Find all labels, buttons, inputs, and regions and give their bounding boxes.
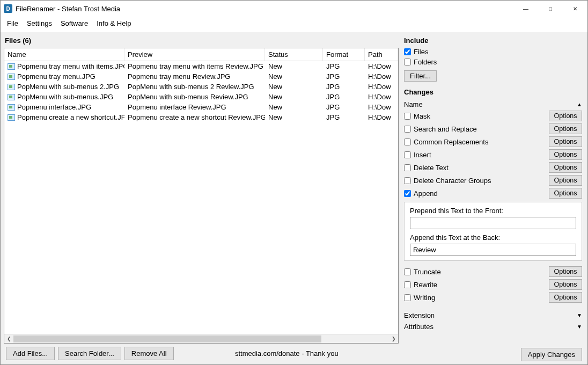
delete-char-groups-checkbox[interactable] — [404, 177, 411, 184]
col-header-status[interactable]: Status — [265, 48, 323, 61]
cell-status: New — [265, 113, 323, 122]
insert-checkbox[interactable] — [404, 151, 411, 158]
menu-settings[interactable]: Settings — [23, 18, 56, 29]
cell-format: JPG — [323, 72, 365, 81]
cell-name: PopMenu with sub-menus.JPG — [17, 93, 113, 101]
table-row[interactable]: PopMenu with sub-menus 2.JPGPopMenu with… — [4, 82, 398, 92]
minimize-button[interactable]: — — [513, 1, 538, 17]
col-header-format[interactable]: Format — [323, 48, 365, 61]
common-replacements-checkbox[interactable] — [404, 138, 411, 145]
cell-format: JPG — [323, 113, 365, 122]
cell-status: New — [265, 82, 323, 91]
delete-char-groups-options-button[interactable]: Options — [549, 175, 582, 186]
delete-char-groups-label: Delete Character Groups — [414, 177, 491, 185]
insert-options-button[interactable]: Options — [549, 149, 582, 160]
cell-format: JPG — [323, 62, 365, 71]
extension-section-label: Extension — [404, 311, 435, 319]
apply-changes-button[interactable]: Apply Changes — [521, 348, 582, 361]
window-title: FileRenamer - Stefan Trost Media — [16, 5, 120, 13]
include-folders-checkbox[interactable] — [404, 59, 411, 65]
cell-status: New — [265, 103, 323, 112]
search-folder-button[interactable]: Search Folder... — [58, 347, 121, 360]
attributes-section-header[interactable]: Attributes ▼ — [404, 320, 582, 332]
table-header: Name Preview Status Format Path — [4, 48, 398, 61]
scroll-left-arrow-icon[interactable]: ❮ — [4, 334, 13, 344]
truncate-options-button[interactable]: Options — [549, 266, 582, 277]
search-replace-checkbox[interactable] — [404, 126, 411, 133]
remove-all-button[interactable]: Remove All — [124, 347, 174, 360]
cell-path: H:\Dow — [365, 92, 398, 101]
changes-heading: Changes — [404, 87, 582, 98]
search-replace-options-button[interactable]: Options — [549, 123, 582, 134]
common-replacements-options-button[interactable]: Options — [549, 136, 582, 147]
cell-path: H:\Dow — [365, 113, 398, 122]
menu-info-help[interactable]: Info & Help — [92, 18, 135, 29]
table-row[interactable]: Popmenu interface.JPGPopmenu interface R… — [4, 102, 398, 112]
image-file-icon — [8, 104, 15, 111]
image-file-icon — [8, 84, 15, 90]
cell-preview: PopMenu with sub-menus Review.JPG — [124, 92, 265, 101]
menu-software[interactable]: Software — [56, 18, 92, 29]
append-checkbox[interactable] — [404, 190, 411, 197]
rewrite-options-button[interactable]: Options — [549, 279, 582, 290]
table-row[interactable]: PopMenu with sub-menus.JPGPopMenu with s… — [4, 92, 398, 102]
delete-text-options-button[interactable]: Options — [549, 162, 582, 173]
mask-checkbox[interactable] — [404, 113, 411, 120]
image-file-icon — [8, 74, 15, 80]
mask-label: Mask — [414, 112, 430, 120]
image-file-icon — [8, 63, 15, 70]
col-header-name[interactable]: Name — [4, 48, 124, 61]
cell-preview: Popmenu create a new shortcut Review.JPG — [124, 113, 265, 122]
table-row[interactable]: Popmenu tray menu with items.JPGPopmenu … — [4, 61, 398, 71]
name-section-label: Name — [404, 100, 423, 108]
include-files-checkbox[interactable] — [404, 48, 411, 55]
collapse-up-icon: ▲ — [577, 101, 582, 107]
window-controls: — □ ✕ — [513, 1, 587, 17]
cell-path: H:\Dow — [365, 103, 398, 112]
append-input[interactable] — [410, 244, 576, 256]
cell-path: H:\Dow — [365, 82, 398, 91]
mask-options-button[interactable]: Options — [549, 111, 582, 121]
append-label: Append — [414, 189, 438, 198]
delete-text-checkbox[interactable] — [404, 164, 411, 171]
name-section-header[interactable]: Name ▲ — [404, 98, 582, 110]
prepend-input[interactable] — [410, 217, 576, 229]
scroll-right-arrow-icon[interactable]: ❯ — [389, 334, 398, 344]
rewrite-label: Rewrite — [414, 281, 437, 289]
include-heading: Include — [404, 35, 582, 47]
col-header-preview[interactable]: Preview — [124, 48, 265, 61]
close-button[interactable]: ✕ — [563, 1, 587, 17]
table-row[interactable]: Popmenu create a new shortcut.JPGPopmenu… — [4, 112, 398, 122]
extension-section-header[interactable]: Extension ▼ — [404, 309, 582, 320]
filter-button[interactable]: Filter... — [404, 70, 437, 82]
writing-checkbox[interactable] — [404, 294, 411, 301]
insert-label: Insert — [414, 151, 431, 159]
menu-file[interactable]: File — [3, 18, 23, 29]
maximize-button[interactable]: □ — [538, 1, 563, 17]
table-body: Popmenu tray menu with items.JPGPopmenu … — [4, 61, 398, 334]
common-replacements-label: Common Replacements — [414, 138, 488, 146]
attributes-section-label: Attributes — [404, 323, 433, 331]
table-row[interactable]: Popmenu tray menu.JPGPopmenu tray menu R… — [4, 71, 398, 82]
scroll-thumb[interactable] — [13, 335, 321, 342]
cell-path: H:\Dow — [365, 62, 398, 71]
horizontal-scrollbar[interactable]: ❮ ❯ — [4, 334, 398, 343]
col-header-path[interactable]: Path — [365, 48, 398, 61]
files-heading: Files (6) — [4, 35, 399, 48]
truncate-label: Truncate — [414, 268, 441, 276]
truncate-checkbox[interactable] — [404, 268, 411, 275]
include-folders-label: Folders — [414, 58, 437, 66]
rewrite-checkbox[interactable] — [404, 281, 411, 288]
cell-preview: Popmenu interface Review.JPG — [124, 103, 265, 112]
image-file-icon — [8, 114, 15, 121]
cell-name: Popmenu interface.JPG — [17, 103, 91, 111]
cell-format: JPG — [323, 82, 365, 91]
cell-name: PopMenu with sub-menus 2.JPG — [17, 83, 119, 91]
delete-text-label: Delete Text — [414, 164, 449, 172]
file-table: Name Preview Status Format Path Popmenu … — [4, 48, 399, 344]
writing-options-button[interactable]: Options — [549, 292, 582, 303]
expand-down-icon: ▼ — [577, 312, 582, 318]
expand-down-icon: ▼ — [577, 324, 582, 330]
append-options-button[interactable]: Options — [549, 188, 582, 199]
add-files-button[interactable]: Add Files... — [6, 347, 55, 360]
